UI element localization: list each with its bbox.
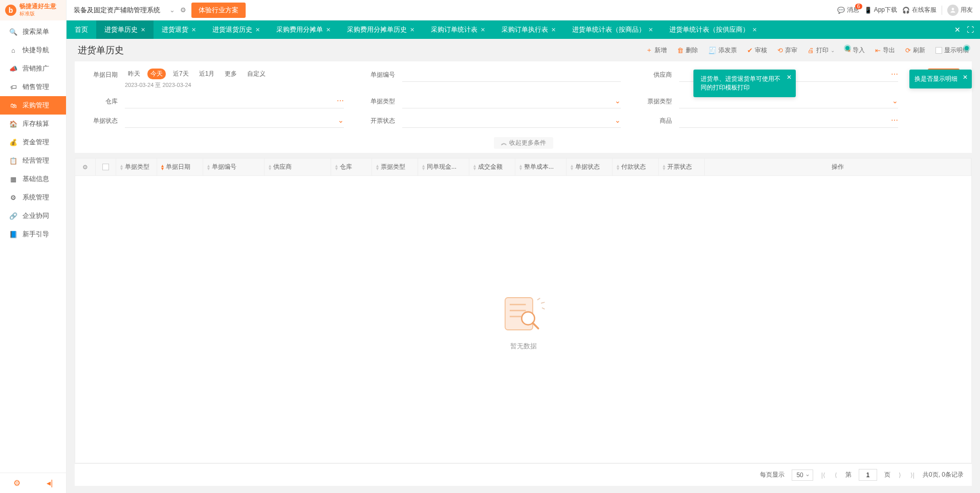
column-header[interactable]: ▴▾仓库 (331, 159, 372, 175)
close-all-icon[interactable]: ✕ (954, 26, 961, 34)
chevron-down-icon[interactable]: ⌄ (615, 97, 621, 105)
date-option-0[interactable]: 昨天 (125, 69, 143, 79)
sidebar-item-1[interactable]: ⌂快捷导航 (0, 41, 66, 59)
sidebar-item-9[interactable]: ⚙系统管理 (0, 188, 66, 207)
user-menu[interactable]: 用友 (947, 5, 973, 16)
column-header[interactable]: ▴▾供应商 (265, 159, 331, 175)
select-all-checkbox[interactable] (102, 164, 109, 170)
collapse-filters-button[interactable]: ︽ 收起更多条件 (494, 137, 553, 149)
close-icon[interactable]: ✕ (648, 27, 653, 33)
more-icon[interactable]: ⋯ (891, 70, 898, 78)
export-button[interactable]: ⇤导出 (875, 46, 895, 55)
tab-2[interactable]: 进货退货✕ (154, 20, 204, 39)
column-header[interactable]: ▴▾成交金额 (469, 159, 515, 175)
add-button[interactable]: ＋新增 (646, 46, 667, 55)
tab-7[interactable]: 采购订单执行表✕ (493, 20, 564, 39)
sidebar-item-5[interactable]: 🏠库存核算 (0, 115, 66, 133)
sidebar-item-7[interactable]: 📋经营管理 (0, 151, 66, 170)
product-input[interactable]: ⋯ (679, 115, 898, 128)
sidebar-item-0[interactable]: 🔍搜索菜单 (0, 23, 66, 41)
support-link[interactable]: 🎧 在线客服 (902, 6, 937, 14)
sidebar-item-4[interactable]: 🛍采购管理 (0, 96, 66, 115)
tab-3[interactable]: 进货退货历史✕ (204, 20, 268, 39)
column-header[interactable]: ▴▾单据编号 (203, 159, 265, 175)
money-icon: 💰 (9, 138, 17, 146)
column-header[interactable]: 操作 (705, 159, 971, 175)
column-header[interactable]: ▴▾同单现金... (418, 159, 469, 175)
sidebar-item-6[interactable]: 💰资金管理 (0, 133, 66, 151)
tab-0[interactable]: 首页 (67, 20, 96, 39)
page-last-button[interactable]: ⟩| (909, 472, 916, 479)
sidebar-item-3[interactable]: 🏷销售管理 (0, 78, 66, 96)
close-icon[interactable]: ✕ (551, 27, 556, 33)
delete-button[interactable]: 🗑删除 (677, 46, 698, 55)
more-icon[interactable]: ⋯ (337, 97, 344, 105)
docstatus-input[interactable]: ⌄ (125, 115, 344, 128)
date-option-2[interactable]: 近7天 (170, 69, 192, 79)
chevron-down-icon[interactable]: ⌄ (169, 6, 175, 14)
collapse-sidebar-icon[interactable]: ◂| (47, 478, 53, 488)
show-detail-toggle[interactable]: 显示明细 (935, 46, 969, 55)
sidebar-item-10[interactable]: 🔗企业协同 (0, 207, 66, 225)
chevron-down-icon[interactable]: ⌄ (615, 116, 621, 124)
system-name[interactable]: 装备及固定资产辅助管理系统 (74, 6, 160, 15)
gear-icon[interactable]: ⚙ (180, 6, 186, 14)
tab-4[interactable]: 采购费用分摊单✕ (268, 20, 339, 39)
audit-button[interactable]: ✔审核 (747, 46, 767, 55)
add-invoice-button[interactable]: 🧾添发票 (708, 46, 737, 55)
page-prev-button[interactable]: ⟨ (834, 472, 838, 479)
close-icon[interactable]: ✕ (141, 27, 145, 33)
gear-icon[interactable]: ⚙ (82, 164, 88, 171)
tab-6[interactable]: 采购订单统计表✕ (423, 20, 493, 39)
gear-icon[interactable]: ⚙ (13, 478, 20, 488)
per-page-select[interactable]: 50 (792, 469, 813, 481)
close-icon[interactable]: ✕ (255, 27, 260, 33)
close-icon[interactable]: ✕ (752, 27, 757, 33)
close-icon[interactable]: ✕ (191, 27, 196, 33)
date-option-5[interactable]: 自定义 (244, 69, 269, 79)
page-next-button[interactable]: ⟩ (898, 472, 902, 479)
messages-link[interactable]: 💬 消息 6 (837, 6, 859, 14)
close-icon[interactable]: ✕ (326, 27, 331, 33)
app-download-link[interactable]: 📱 App下载 (864, 6, 897, 14)
more-icon[interactable]: ⋯ (891, 116, 898, 124)
print-button[interactable]: 🖨打印⌄ (808, 46, 835, 55)
date-option-4[interactable]: 更多 (222, 69, 240, 79)
tab-9[interactable]: 进货单统计表（按供应商）✕ (661, 20, 765, 39)
chevron-down-icon[interactable]: ⌄ (338, 116, 344, 124)
sidebar-item-11[interactable]: 📘新手引导 (0, 225, 66, 243)
sidebar-item-2[interactable]: 📣营销推广 (0, 59, 66, 78)
page-first-button[interactable]: |⟨ (820, 472, 826, 479)
sidebar-item-8[interactable]: ▦基础信息 (0, 170, 66, 188)
column-header[interactable]: ▴▾单据状态 (567, 159, 613, 175)
chevron-down-icon[interactable]: ⌄ (892, 97, 898, 105)
page-input[interactable] (859, 469, 877, 481)
tab-5[interactable]: 采购费用分摊单历史✕ (339, 20, 423, 39)
close-icon[interactable]: ✕ (787, 74, 792, 81)
tab-label: 进货单历史 (104, 25, 138, 34)
abandon-button[interactable]: ⟲弃审 (777, 46, 797, 55)
invoicestatus-input[interactable]: ⌄ (402, 115, 621, 128)
column-header[interactable]: ▴▾付款状态 (613, 159, 659, 175)
column-header[interactable]: ▴▾票据类型 (372, 159, 418, 175)
doctype-input[interactable]: ⌄ (402, 95, 621, 108)
tab-1[interactable]: 进货单历史✕ (96, 20, 154, 39)
column-label: 付款状态 (621, 163, 646, 171)
logo-icon: b (5, 5, 16, 16)
close-icon[interactable]: ✕ (963, 74, 968, 81)
date-option-1[interactable]: 今天 (147, 69, 166, 79)
column-header[interactable]: ▴▾单据类型 (116, 159, 157, 175)
column-header[interactable]: ▴▾整单成本... (515, 159, 567, 175)
column-header[interactable]: ▴▾单据日期 (157, 159, 203, 175)
refresh-button[interactable]: ⟳刷新 (905, 46, 925, 55)
fullscreen-icon[interactable]: ⛶ (967, 26, 974, 34)
column-header[interactable]: ▴▾开票状态 (659, 159, 705, 175)
tab-8[interactable]: 进货单统计表（按商品）✕ (564, 20, 661, 39)
tab-label: 首页 (75, 25, 88, 34)
close-icon[interactable]: ✕ (410, 27, 415, 33)
docno-input[interactable] (402, 69, 621, 82)
date-option-3[interactable]: 近1月 (196, 69, 218, 79)
close-icon[interactable]: ✕ (481, 27, 485, 33)
warehouse-input[interactable]: ⋯ (125, 95, 344, 108)
try-industry-button[interactable]: 体验行业方案 (191, 3, 246, 18)
